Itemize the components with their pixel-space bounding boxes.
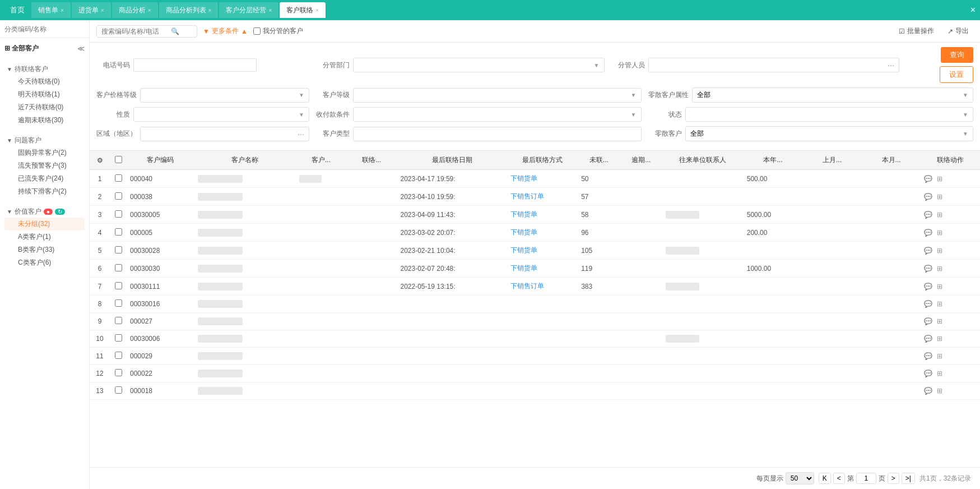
- my-customers-checkbox[interactable]: 我分管的客户: [253, 26, 303, 36]
- reset-button[interactable]: 设置: [940, 66, 973, 83]
- contact-icon[interactable]: 💬: [924, 193, 932, 201]
- staff-dots-icon[interactable]: ···: [888, 61, 894, 70]
- contact-icon[interactable]: 💬: [924, 211, 932, 219]
- region-dots-icon[interactable]: ···: [298, 130, 304, 139]
- select-all-checkbox[interactable]: [115, 156, 122, 163]
- search-input[interactable]: [101, 27, 169, 35]
- staff-select[interactable]: ···: [648, 58, 900, 72]
- tab-customer-contact[interactable]: 客户联络 ×: [280, 2, 326, 18]
- row-checkbox[interactable]: [115, 192, 122, 200]
- way-link[interactable]: 下销货单: [510, 174, 537, 182]
- phone-input[interactable]: [133, 58, 257, 72]
- way-link[interactable]: 下销货单: [510, 210, 537, 218]
- more-icon[interactable]: ⊞: [937, 229, 942, 237]
- close-icon[interactable]: ×: [208, 7, 212, 13]
- tab-customer-tier[interactable]: 客户分层经营 ×: [219, 2, 278, 18]
- tab-product-analysis[interactable]: 商品分析 ×: [112, 2, 158, 18]
- contact-icon[interactable]: 💬: [924, 175, 932, 183]
- sidebar-item-7day-pending[interactable]: 近7天待联络(0): [4, 101, 85, 114]
- more-icon[interactable]: ⊞: [937, 352, 942, 360]
- contact-icon[interactable]: 💬: [924, 317, 932, 325]
- contact-icon[interactable]: 💬: [924, 247, 932, 255]
- more-icon[interactable]: ⊞: [937, 317, 942, 325]
- batch-op-button[interactable]: ☑ 批量操作: [894, 25, 939, 38]
- contact-icon[interactable]: 💬: [924, 352, 932, 360]
- row-checkbox[interactable]: [115, 246, 122, 253]
- tab-product-analysis-list[interactable]: 商品分析列表 ×: [159, 2, 219, 18]
- way-link[interactable]: 下销售订单: [510, 282, 544, 290]
- page-number-input[interactable]: [856, 473, 876, 484]
- row-checkbox[interactable]: [115, 369, 122, 376]
- cell-way[interactable]: 下销售订单: [507, 278, 578, 296]
- row-checkbox[interactable]: [115, 282, 122, 289]
- way-link[interactable]: 下销货单: [510, 228, 537, 236]
- dept-select[interactable]: ▼: [353, 58, 605, 72]
- cell-check[interactable]: [110, 313, 127, 330]
- search-icon[interactable]: 🔍: [171, 27, 179, 35]
- tab-purchase-order[interactable]: 进货单 ×: [72, 2, 111, 18]
- cell-check[interactable]: [110, 188, 127, 206]
- cell-check[interactable]: [110, 206, 127, 224]
- cell-way[interactable]: 下销货单: [507, 260, 578, 278]
- sidebar-item-class-a[interactable]: A类客户(1): [4, 230, 85, 243]
- more-icon[interactable]: ⊞: [937, 193, 942, 201]
- row-checkbox[interactable]: [115, 299, 122, 307]
- grade-select[interactable]: ▼: [353, 88, 642, 103]
- contact-icon[interactable]: 💬: [924, 335, 932, 343]
- sidebar-item-ungrouped[interactable]: 未分组(32): [4, 218, 85, 230]
- tab-sales-order[interactable]: 销售单 ×: [31, 2, 71, 18]
- sidebar-item-class-b[interactable]: B类客户(33): [4, 243, 85, 256]
- status-select[interactable]: ▼: [685, 107, 974, 122]
- more-icon[interactable]: ⊞: [937, 335, 942, 343]
- row-checkbox[interactable]: [115, 317, 122, 324]
- close-icon[interactable]: ×: [315, 7, 319, 13]
- close-icon[interactable]: ×: [61, 7, 64, 13]
- more-icon[interactable]: ⊞: [937, 300, 942, 308]
- cell-check[interactable]: [110, 224, 127, 242]
- collapse-icon[interactable]: ≪: [77, 45, 85, 53]
- close-icon[interactable]: ×: [148, 7, 151, 13]
- first-page-button[interactable]: K: [819, 473, 831, 484]
- query-button[interactable]: 查询: [941, 47, 973, 63]
- price-grade-select[interactable]: ▼: [140, 88, 309, 103]
- more-icon[interactable]: ⊞: [937, 387, 942, 395]
- row-checkbox[interactable]: [115, 210, 122, 218]
- row-checkbox[interactable]: [115, 386, 122, 394]
- cell-check[interactable]: [110, 382, 127, 400]
- pending-group-label[interactable]: ▼ 待联络客户: [4, 62, 85, 75]
- home-tab[interactable]: 首页: [4, 5, 30, 15]
- sidebar-item-tomorrow-pending[interactable]: 明天待联络(1): [4, 88, 85, 101]
- more-icon[interactable]: ⊞: [937, 265, 942, 273]
- close-icon[interactable]: ×: [101, 7, 104, 13]
- sidebar-item-churn-warning[interactable]: 流失预警客户(3): [4, 159, 85, 172]
- last-page-button[interactable]: >|: [902, 473, 915, 484]
- window-close-icon[interactable]: ×: [970, 5, 976, 15]
- sidebar-item-abnormal[interactable]: 固购异常客户(2): [4, 146, 85, 159]
- contact-icon[interactable]: 💬: [924, 370, 932, 377]
- problem-group-label[interactable]: ▼ 问题客户: [4, 133, 85, 146]
- cell-way[interactable]: 下销货单: [507, 170, 578, 188]
- more-icon[interactable]: ⊞: [937, 370, 942, 377]
- close-icon[interactable]: ×: [268, 7, 272, 13]
- row-checkbox[interactable]: [115, 228, 122, 236]
- cell-check[interactable]: [110, 278, 127, 296]
- more-conditions-button[interactable]: ▼ 更多条件 ▲: [203, 26, 248, 36]
- sidebar-search-input[interactable]: [4, 25, 89, 33]
- cell-way[interactable]: 下销货单: [507, 206, 578, 224]
- row-checkbox[interactable]: [115, 174, 122, 182]
- contact-icon[interactable]: 💬: [924, 300, 932, 308]
- row-checkbox[interactable]: [115, 352, 122, 359]
- cell-check[interactable]: [110, 260, 127, 278]
- sidebar-item-overdue-pending[interactable]: 逾期未联络(30): [4, 114, 85, 127]
- contact-icon[interactable]: 💬: [924, 265, 932, 273]
- way-link[interactable]: 下销售订单: [510, 192, 544, 200]
- way-link[interactable]: 下销货单: [510, 264, 537, 272]
- page-size-select[interactable]: 50 100 200: [786, 472, 814, 485]
- th-settings[interactable]: ⚙: [90, 151, 110, 170]
- cell-way[interactable]: 下销售订单: [507, 188, 578, 206]
- cell-check[interactable]: [110, 170, 127, 188]
- my-customers-check[interactable]: [253, 27, 261, 35]
- more-icon[interactable]: ⊞: [937, 247, 942, 255]
- region-select[interactable]: ···: [140, 127, 309, 141]
- contact-icon[interactable]: 💬: [924, 229, 932, 237]
